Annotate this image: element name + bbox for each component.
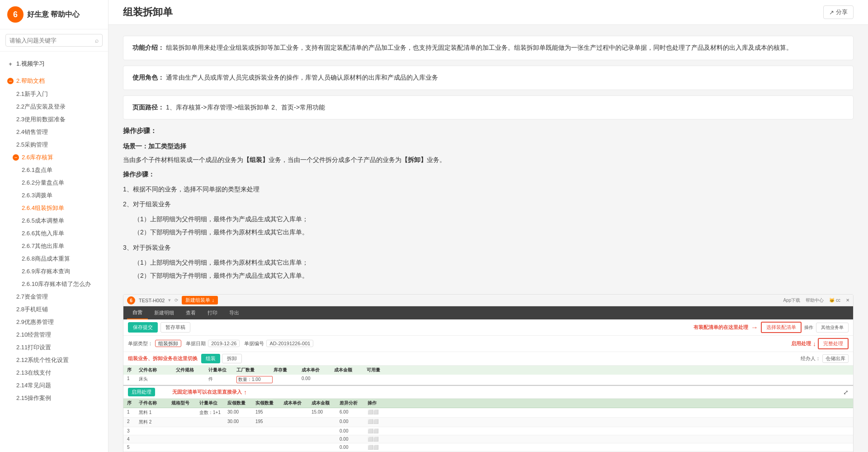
sidebar-item-purchase[interactable]: 2.5采购管理	[0, 138, 108, 151]
ops-header: 操作步骤：	[123, 127, 854, 135]
mock-system-right: App下载 帮助中心 🐱 cc ✕	[783, 297, 849, 304]
mock-nav-new[interactable]: 新建明细	[149, 307, 179, 319]
mock-person-label: 经办人：	[801, 355, 821, 362]
mock-upper-h3: 计量单位	[208, 367, 236, 373]
mock-other-action-btn[interactable]: 其他业务单	[816, 323, 849, 333]
step2-sub1: （1）上部明细为父件明细，最终作为产成品生成其它入库单；	[134, 214, 854, 225]
sidebar-item-coupon[interactable]: 2.9优惠券管理	[0, 316, 108, 328]
sidebar-item-other-out[interactable]: 2.6.7其他出库单	[0, 240, 108, 252]
sidebar-item-transfer[interactable]: 2.6.3调拨单	[0, 189, 108, 202]
mock-bom-section: 有装配清单的在这里处理 → 选择装配清单 操作 其他业务单	[693, 322, 849, 333]
scenario1-title: 场景一：加工类型选择	[123, 143, 854, 151]
mock-upper-table: 序 父件名称 父件规格 计量单位 工厂数量 库存量 成本单价 成本金额 可用量 …	[123, 366, 853, 386]
mock-close-icon[interactable]: ✕	[846, 298, 849, 303]
share-button[interactable]: ↗ 分享	[823, 5, 854, 19]
sidebar-item-faq[interactable]: 2.14常见问题	[0, 379, 108, 392]
sidebar-item-assembly[interactable]: 2.6.4组装拆卸单	[0, 202, 108, 214]
mock-lower-ann-text: 无固定清单可以在这里直接录入	[172, 389, 242, 395]
step2-sub2: （2）下部明细为子件明细，最终作为原材料生成其它出库单。	[134, 227, 854, 238]
mock-system-bar: 6 TEST-H002 ▾ ⟳ 新建组装单 ↓ App下载 帮助中心 🐱 cc …	[123, 295, 853, 306]
sidebar-item-inventory-query[interactable]: 2.6.9库存账本查询	[0, 265, 108, 278]
sidebar-item-cases[interactable]: 2.15操作案例	[0, 392, 108, 404]
mock-lower-row-2: 2 黑料 2 30.00 195 0.00 ⬜⬜	[123, 418, 853, 427]
mock-lower-ann-arrow: ↑	[244, 389, 247, 396]
mock-type-row: 组装业务、拆卸业务在这里切换 组装 拆卸 经办人： 仓储出库	[123, 352, 853, 366]
nav-tree: 1.视频学习 2.帮助文档 2.1新手入门 2.2产品安装及登录 2.3使用前数…	[0, 52, 108, 452]
mock-nav-export[interactable]: 导出	[224, 307, 245, 319]
sidebar-item-print[interactable]: 2.11打印设置	[0, 341, 108, 354]
search-icon[interactable]: ⌕	[95, 37, 99, 44]
sidebar-item-partial-stocktake[interactable]: 2.6.2分量盘点单	[0, 176, 108, 189]
mock-upper-h7: 成本金额	[334, 367, 366, 373]
mock-person-field: 经办人： 仓储出库	[801, 354, 849, 363]
mock-order-type-val: 组装拆卸	[155, 340, 181, 347]
sidebar-item-video[interactable]: 1.视频学习	[0, 57, 108, 71]
mock-doc-no-val: AD-20191226-001	[266, 340, 313, 347]
sidebar-item-data-prep[interactable]: 2.3使用前数据准备	[0, 113, 108, 126]
mock-upper-h8: 可用量	[367, 367, 394, 373]
mock-upper-h4: 工厂数量	[236, 367, 273, 373]
mock-type-annotation: 组装业务、拆卸业务在这里切换	[128, 355, 198, 362]
mock-app-download: App下载	[783, 297, 800, 304]
mock-lower-header: 序 子件名称 规格型号 计量单位 应领数量 实领数量 成本单价 成本金额 差异分…	[123, 399, 853, 408]
mock-expand-icon: ⤢	[843, 389, 849, 396]
sidebar-item-ops-mgmt[interactable]: 2.10经营管理	[0, 328, 108, 341]
sidebar-item-inventory[interactable]: 2.6库存核算	[0, 151, 108, 164]
intro1-text: 组装拆卸单用来处理企业组装或拆卸等加工业务，支持有固定装配清单的产品加工业务，也…	[166, 44, 793, 51]
mock-lower-row-1: 1 黑料 1 盒数：1+1 30.00 195 15.00 6.00 ⬜⬜	[123, 408, 853, 418]
mock-form-row: 单据类型： 组装拆卸 单据日期 2019-12-26 单据编号 AD-20191…	[123, 336, 853, 352]
mock-select-bom-btn[interactable]: 选择装配清单	[761, 322, 802, 333]
mock-nav-print[interactable]: 打印	[202, 307, 223, 319]
nav-children-26: 2.6.1盘点单 2.6.2分量盘点单 2.6.3调拨单 2.6.4组装拆卸单 …	[0, 164, 108, 290]
path-text: 1、库存核算->库存管理->组装拆卸单 2、首页->常用功能	[166, 104, 325, 111]
mock-lower-row-4: 40.00⬜⬜	[123, 435, 853, 443]
mock-date-field: 单据日期 2019-12-26	[186, 340, 240, 347]
sidebar-item-cost-recalc[interactable]: 2.6.8商品成本重算	[0, 252, 108, 265]
mock-tab-disassembly[interactable]: 拆卸	[222, 354, 242, 363]
intro-block-1: 功能介绍： 组装拆卸单用来处理企业组装或拆卸等加工业务，支持有固定装配清单的产品…	[123, 36, 854, 60]
content-area: 功能介绍： 组装拆卸单用来处理企业组装或拆卸等加工业务，支持有固定装配清单的产品…	[108, 25, 868, 452]
sidebar-item-inventory-error[interactable]: 2.6.10库存账本错了怎么办	[0, 278, 108, 290]
search-box[interactable]: ⌕	[5, 34, 103, 47]
mock-date-val: 2019-12-26	[208, 340, 240, 347]
mock-new-order-btn[interactable]: 新建组装单 ↓	[182, 296, 218, 305]
step3-sub1: （1）上部明细为父件明细，最终作为原材料生成其它出库单；	[134, 257, 854, 268]
sidebar-item-stocktake[interactable]: 2.6.1盘点单	[0, 164, 108, 176]
intro1-label: 功能介绍：	[132, 44, 164, 51]
collapse-icon	[7, 61, 14, 67]
mock-tab-assembly[interactable]: 组装	[201, 354, 220, 363]
sidebar-item-finance[interactable]: 2.7资金管理	[0, 290, 108, 303]
mock-bom-annotation: 有装配清单的在这里处理	[693, 324, 748, 331]
collapse-icon	[13, 154, 19, 161]
sidebar-item-other-in[interactable]: 2.6.6其他入库单	[0, 227, 108, 240]
share-icon: ↗	[829, 9, 834, 16]
sidebar-item-newbie[interactable]: 2.1新手入门	[0, 88, 108, 100]
mock-toolbar: 保存提交 暂存草稿 有装配清单的在这里处理 → 选择装配清单 操作 其他业务单	[123, 319, 853, 336]
sidebar-item-sales[interactable]: 2.4销售管理	[0, 126, 108, 138]
sidebar-item-online-pay[interactable]: 2.13在线支付	[0, 366, 108, 379]
mock-nav-bar: 自营 新建明细 查看 打印 导出	[123, 306, 853, 319]
mock-upper-h0: 序	[127, 367, 138, 373]
mock-system-left: 6 TEST-H002 ▾ ⟳ 新建组装单 ↓	[127, 296, 218, 305]
search-input[interactable]	[9, 37, 95, 44]
path-block: 页面路径： 1、库存核算->库存管理->组装拆卸单 2、首页->常用功能	[123, 95, 854, 120]
mock-draft-btn[interactable]: 暂存草稿	[160, 322, 190, 333]
top-bar: 组装拆卸单 ↗ 分享	[108, 0, 868, 25]
sidebar-item-install[interactable]: 2.2产品安装及登录	[0, 100, 108, 113]
scenario1-desc: 当由多个子件材料组装成一个成品的业务为【组装】业务，当由一个父件拆分成多个子产品…	[123, 154, 854, 166]
sidebar-item-customization[interactable]: 2.12系统个性化设置	[0, 354, 108, 366]
mock-user: 🐱 cc	[829, 298, 840, 303]
mock-nav-ziying[interactable]: 自营	[127, 306, 148, 319]
mock-upper-header: 序 父件名称 父件规格 计量单位 工厂数量 库存量 成本单价 成本金额 可用量	[123, 366, 853, 375]
sidebar-item-mobile[interactable]: 2.8手机旺铺	[0, 303, 108, 316]
page-title: 组装拆卸单	[123, 5, 173, 19]
sidebar-item-cost-adjust[interactable]: 2.6.5成本调整单	[0, 214, 108, 227]
mock-nav-view[interactable]: 查看	[180, 307, 201, 319]
mock-save-btn[interactable]: 保存提交	[128, 322, 158, 333]
mock-arrow-right: →	[751, 324, 758, 332]
mock-lower-icon[interactable]: ⤢	[843, 389, 849, 396]
step1: 1、根据不同的业务，选择不同单据的类型来处理	[123, 184, 854, 195]
sidebar-item-help-docs[interactable]: 2.帮助文档	[0, 74, 108, 88]
step3: 3、对于拆装业务	[123, 242, 854, 253]
mock-complete-process-btn[interactable]: 完整处理	[818, 338, 849, 349]
